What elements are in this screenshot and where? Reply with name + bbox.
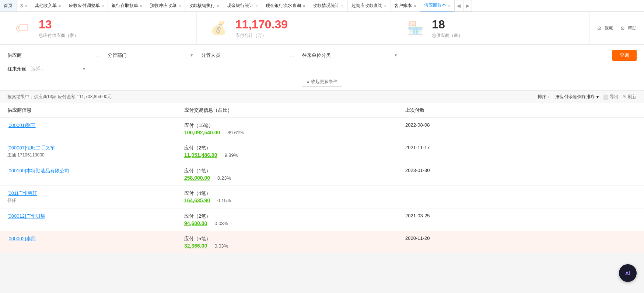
nav-close-collection[interactable]: × <box>217 4 219 8</box>
person-input[interactable] <box>223 52 289 59</box>
table-row: [001]广州荣轩 仔仔 应付（4笔） 164,635.90 0.15% <box>0 186 644 208</box>
results-summary: 搜索结果中，供应商13家 应付金额 111,703,854.00元 <box>7 94 112 100</box>
payable-cell-2: 应付（1笔） 258,000.00 0.23% <box>184 168 405 181</box>
payable-percent-5: 0.03% <box>214 243 228 249</box>
nav-label-customer-ledger: 客户账本 <box>394 3 412 9</box>
nav-prev-button[interactable]: ◀ <box>454 0 463 11</box>
payable-amount-2[interactable]: 258,000.00 <box>184 175 210 181</box>
lastpay-cell-0: 2022-08-08 <box>405 122 637 128</box>
payable-amount-0[interactable]: 100,092,540.00 <box>184 130 220 135</box>
supplier-sub-3: 仔仔 <box>7 197 184 204</box>
header-payable: 应付交易信息（占比） <box>184 107 405 114</box>
supplier-cell-0: [000001]张三 <box>7 122 184 129</box>
nav-item-bank-deposit[interactable]: 银行存取款单 × <box>108 0 146 11</box>
summary-icon-store: 🏪 <box>404 17 426 39</box>
table-header: 供应商信息 应付交易信息（占比） 上次付数 <box>0 103 644 118</box>
nav-label-cash-flow: 现金银行流水查询 <box>266 3 301 9</box>
payable-row-3: 164,635.90 0.15% <box>184 197 405 203</box>
lastpay-cell-4: 2021-03-25 <box>405 213 637 218</box>
nav-item-home[interactable]: 首页 <box>0 0 17 11</box>
nav-item-other-income[interactable]: 其他收入单 × <box>31 0 65 11</box>
dept-chevron-icon: ▾ <box>190 52 193 58</box>
refresh-button[interactable]: ↻ 刷新 <box>623 94 637 100</box>
supplier-link-4[interactable]: [000012]广州贝瑞 <box>7 213 184 220</box>
nav-item-3[interactable]: 3 × <box>17 0 31 11</box>
lastpay-cell-2: 2023-01-30 <box>405 168 637 173</box>
nav-item-cash-flow[interactable]: 现金银行流水查询 × <box>262 0 309 11</box>
nav-close-prepay[interactable]: × <box>178 4 181 8</box>
payable-row-1: 11,051,486.00 9.89% <box>184 151 405 158</box>
supplier-input[interactable] <box>28 52 94 59</box>
refresh-icon: ↻ <box>623 94 627 100</box>
total-suppliers-number: 18 <box>432 17 463 31</box>
payable-row-2: 258,000.00 0.23% <box>184 174 405 181</box>
filter-row-2: 往来余额 选择... ▾ <box>7 65 637 73</box>
nav-item-cash-stat[interactable]: 现金银行统计 × <box>223 0 262 11</box>
circle-icon2: ⊙ <box>620 25 625 31</box>
payable-count-1: 应付（2笔） <box>184 145 405 151</box>
supplier-link-2[interactable]: [000100]本特勤油品有限公司 <box>7 168 184 174</box>
payable-amount-3[interactable]: 164,635.90 <box>184 197 210 203</box>
export-icon: ⬜ <box>603 94 609 100</box>
collapse-icon: ∧ <box>307 79 309 84</box>
nav-close-bank-deposit[interactable]: × <box>140 4 142 8</box>
payable-percent-4: 0.08% <box>214 221 228 226</box>
filter-row-1: 供应商 ... 分管部门 ▾ 分管人员 ... 往来单位分类 <box>7 50 637 61</box>
filter-person: 分管人员 ... <box>201 52 296 59</box>
nav-next-button[interactable]: ▶ <box>463 0 472 11</box>
payable-cell-4: 应付（2笔） 94,600.00 0.08% <box>184 213 405 226</box>
payable-percent-2: 0.23% <box>217 175 231 181</box>
lastpay-date-1: 2021-11-17 <box>405 145 430 150</box>
collapse-button[interactable]: ∧ 收起更多条件 <box>302 77 342 87</box>
nav-item-ar-adjust[interactable]: 应收应付调整单 × <box>65 0 108 11</box>
payable-count-5: 应付（5笔） <box>184 235 405 242</box>
nav-item-collection[interactable]: 收款核销执行 × <box>185 0 223 11</box>
nav-label-collection: 收款核销执行 <box>189 3 215 9</box>
nav-close-cash-stat[interactable]: × <box>255 4 258 8</box>
nav-close-3[interactable]: × <box>25 4 27 8</box>
video-link[interactable]: 视频 <box>605 25 613 31</box>
nav-item-customer-ledger[interactable]: 客户账本 × <box>391 0 420 11</box>
nav-close-customer-ledger[interactable]: × <box>414 4 416 8</box>
summary-icon-tag: 🏷 <box>11 17 33 39</box>
category-select[interactable]: ▾ <box>333 52 399 59</box>
export-button[interactable]: ⬜ 导出 <box>603 94 619 100</box>
nav-close-supplier-ledger[interactable]: × <box>448 3 450 8</box>
sort-select[interactable]: 按应付余额倒序排序 ▾ <box>555 94 599 100</box>
nav-item-prepay[interactable]: 预收冲应收单 × <box>146 0 185 11</box>
payable-amount-5[interactable]: 32,366.00 <box>184 243 207 249</box>
nav-item-overdue[interactable]: 超期应收款查询 × <box>348 0 391 11</box>
supplier-link-1[interactable]: [000007]恒旺二手叉车 <box>7 145 184 151</box>
nav-label-overdue: 超期应收款查询 <box>351 3 382 9</box>
filter-category: 往来单位分类 ▾ <box>302 52 399 59</box>
nav-label-prepay: 预收冲应收单 <box>150 3 176 9</box>
nav-close-overdue[interactable]: × <box>384 4 386 8</box>
nav-close-other-income[interactable]: × <box>59 4 61 8</box>
dept-select[interactable]: ▾ <box>129 52 195 59</box>
payable-amount-1[interactable]: 11,051,486.00 <box>184 152 217 158</box>
person-dots[interactable]: ... <box>290 52 294 59</box>
results-bar: 搜索结果中，供应商13家 应付金额 111,703,854.00元 排序： 按应… <box>0 91 644 103</box>
payable-cell-0: 应付（15笔） 100,092,540.00 89.61% <box>184 122 405 135</box>
payable-count-4: 应付（2笔） <box>184 213 405 220</box>
nav-close-collection-stat[interactable]: × <box>341 4 343 8</box>
summary-content-payable: 13 总应付供应商（家） <box>39 17 78 38</box>
payable-row-0: 100,092,540.00 89.61% <box>184 129 405 135</box>
nav-item-supplier-ledger[interactable]: 供应商账本 × <box>420 0 454 11</box>
nav-item-collection-stat[interactable]: 收款情况统计 × <box>309 0 347 11</box>
supplier-link-5[interactable]: [000002]李四 <box>7 235 184 242</box>
help-link[interactable]: 帮助 <box>628 25 637 31</box>
nav-label-bank-deposit: 银行存取款单 <box>112 3 138 9</box>
supplier-dots[interactable]: ... <box>95 52 100 59</box>
summary-card-total-suppliers: 🏪 18 总供应商（家） <box>393 12 590 44</box>
supplier-link-3[interactable]: [001]广州荣轩 <box>7 190 184 197</box>
query-button[interactable]: 查询 <box>612 50 637 61</box>
balance-select[interactable]: 选择... ▾ <box>29 65 88 73</box>
header-lastpay: 上次付数 <box>405 107 637 114</box>
filter-dept: 分管部门 ▾ <box>108 52 195 59</box>
nav-label-collection-stat: 收款情况统计 <box>313 3 339 9</box>
payable-amount-4[interactable]: 94,600.00 <box>184 220 207 226</box>
nav-close-cash-flow[interactable]: × <box>303 4 305 8</box>
nav-close-ar-adjust[interactable]: × <box>102 4 104 8</box>
supplier-link-0[interactable]: [000001]张三 <box>7 122 184 129</box>
